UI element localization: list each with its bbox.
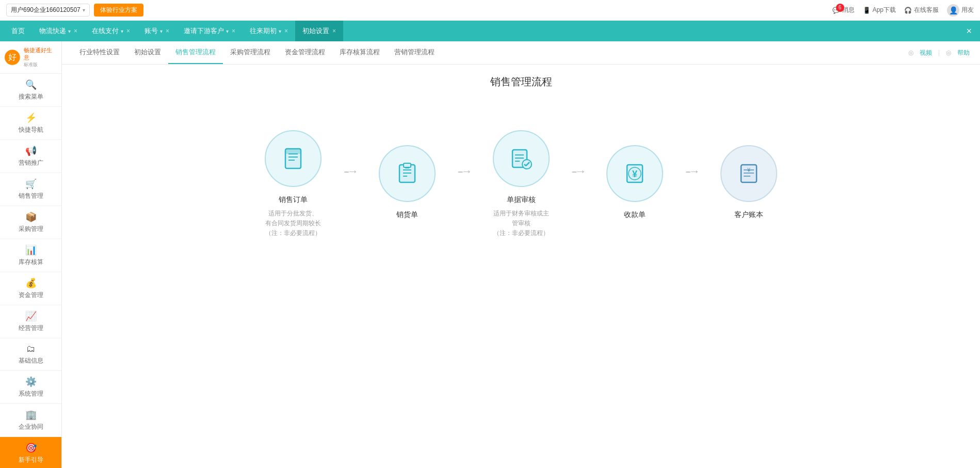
flow-arrow-4: --→ bbox=[685, 165, 698, 204]
sidebar-search-label: 搜索菜单 bbox=[19, 92, 43, 101]
fund-icon: 💰 bbox=[25, 277, 37, 289]
sidebar-marketing-label: 营销推广 bbox=[19, 159, 43, 167]
sidebar-item-search[interactable]: 🔍 搜索菜单 bbox=[0, 74, 61, 107]
service-item[interactable]: 🎧 在线客服 bbox=[904, 6, 939, 14]
app-icon: 📱 bbox=[863, 7, 871, 14]
flow-item-audit: 单据审核 适用于财务审核或主管审核（注：非必要流程） bbox=[475, 130, 568, 239]
chevron-down-icon: ▾ bbox=[83, 7, 85, 13]
delivery-icon bbox=[394, 161, 420, 186]
sidebar-fund-label: 资金管理 bbox=[19, 291, 43, 300]
sidebar-operations-label: 经营管理 bbox=[19, 324, 43, 333]
nav-tab-invite[interactable]: 邀请下游客户 ▾ × bbox=[176, 21, 243, 41]
sales-order-icon bbox=[280, 146, 306, 171]
sub-tab-inventory-flow-label: 库存核算流程 bbox=[340, 48, 380, 56]
close-icon[interactable]: × bbox=[232, 27, 235, 35]
help-link[interactable]: 帮助 bbox=[957, 49, 970, 57]
close-all-tabs-button[interactable]: × bbox=[962, 26, 976, 37]
nav-tab-payment[interactable]: 在线支付 ▾ × bbox=[85, 21, 137, 41]
nav-tab-payment-label: 在线支付 bbox=[92, 26, 119, 36]
sidebar-item-quick[interactable]: ⚡ 快捷导航 bbox=[0, 107, 61, 140]
svg-text:¥: ¥ bbox=[747, 167, 750, 173]
sub-tab-purchase-flow[interactable]: 采购管理流程 bbox=[223, 41, 278, 64]
svg-rect-6 bbox=[285, 149, 301, 154]
logo-icon: 好 bbox=[4, 49, 21, 66]
flow-circle-ledger[interactable]: ¥ bbox=[720, 145, 777, 202]
sidebar-item-fund[interactable]: 💰 资金管理 bbox=[0, 272, 61, 305]
nav-tab-period[interactable]: 往来期初 ▾ × bbox=[243, 21, 295, 41]
flow-item-sales-order: 销售订单 适用于分批发货、有合同发货周期较长（注：非必要流程） bbox=[247, 130, 340, 239]
flow-circle-delivery[interactable] bbox=[379, 145, 436, 202]
app-label: App下载 bbox=[873, 6, 896, 14]
sidebar-item-basic[interactable]: 🗂 基础信息 bbox=[0, 338, 61, 371]
chevron-down-icon: ▾ bbox=[121, 28, 123, 34]
headset-icon: 🎧 bbox=[904, 7, 912, 14]
svg-text:好: 好 bbox=[8, 53, 17, 61]
close-icon[interactable]: × bbox=[166, 27, 169, 35]
receipt-icon: ¥ bbox=[622, 161, 648, 186]
logo-name: 畅捷通好生意 bbox=[24, 46, 57, 61]
divider: | bbox=[938, 49, 940, 56]
app-download-item[interactable]: 📱 App下载 bbox=[863, 6, 896, 14]
nav-tab-logistics-label: 物流快递 bbox=[39, 26, 66, 36]
sidebar-item-guide[interactable]: 🎯 新手引导 bbox=[0, 437, 61, 468]
flow-name-sales-order: 销售订单 bbox=[279, 195, 308, 205]
sidebar-item-inventory[interactable]: 📊 库存核算 bbox=[0, 239, 61, 272]
user-avatar-item[interactable]: 👤 用友 bbox=[947, 4, 974, 17]
flow-name-audit: 单据审核 bbox=[507, 195, 536, 205]
flow-circle-receipt[interactable]: ¥ bbox=[606, 145, 663, 202]
sidebar-item-purchase[interactable]: 📦 采购管理 bbox=[0, 206, 61, 239]
flow-arrow-3: --→ bbox=[572, 165, 585, 204]
sidebar-item-sales[interactable]: 🛒 销售管理 bbox=[0, 173, 61, 206]
user-selector[interactable]: 用户690企业1660120507 ▾ bbox=[6, 4, 90, 17]
sidebar-item-marketing[interactable]: 📢 营销推广 bbox=[0, 140, 61, 173]
sidebar-sales-label: 销售管理 bbox=[19, 192, 43, 200]
nav-tab-init[interactable]: 初始设置 × bbox=[295, 21, 343, 41]
flow-arrow-1: --→ bbox=[344, 165, 357, 204]
sub-tab-inventory-flow[interactable]: 库存核算流程 bbox=[332, 41, 387, 64]
close-icon[interactable]: × bbox=[74, 27, 77, 35]
nav-tab-account[interactable]: 账号 ▾ × bbox=[137, 21, 176, 41]
avatar: 👤 bbox=[947, 4, 959, 17]
sub-tabs-right: ◎ 视频 | ◎ 帮助 bbox=[908, 49, 970, 57]
flow-name-ledger: 客户账本 bbox=[734, 210, 763, 220]
sidebar-item-enterprise[interactable]: 🏢 企业协同 bbox=[0, 404, 61, 437]
sub-tab-industry[interactable]: 行业特性设置 bbox=[72, 41, 127, 64]
flow-item-receipt: ¥ 收款单 bbox=[588, 145, 681, 224]
sidebar-guide-label: 新手引导 bbox=[19, 456, 43, 464]
sidebar: 好 畅捷通好生意 标准版 🔍 搜索菜单 ⚡ 快捷导航 📢 营销推广 🛒 销售管理… bbox=[0, 41, 62, 468]
sidebar-item-system[interactable]: ⚙️ 系统管理 bbox=[0, 371, 61, 404]
audit-icon bbox=[508, 146, 534, 171]
avatar-icon: 👤 bbox=[949, 6, 958, 14]
chevron-down-icon: ▾ bbox=[279, 28, 281, 34]
flow-name-receipt: 收款单 bbox=[624, 210, 646, 220]
chevron-down-icon: ▾ bbox=[160, 28, 163, 34]
message-icon-item[interactable]: 💬 6 消息 bbox=[832, 6, 855, 14]
sidebar-item-operations[interactable]: 📈 经营管理 bbox=[0, 305, 61, 338]
video-link[interactable]: 视频 bbox=[920, 49, 932, 57]
close-icon[interactable]: × bbox=[332, 27, 336, 35]
sidebar-inventory-label: 库存核算 bbox=[19, 258, 43, 267]
top-bar: 用户690企业1660120507 ▾ 体验行业方案 💬 6 消息 📱 App下… bbox=[0, 0, 980, 21]
sidebar-purchase-label: 采购管理 bbox=[19, 225, 43, 233]
sub-tab-marketing-flow[interactable]: 营销管理流程 bbox=[387, 41, 442, 64]
nav-tab-home[interactable]: 首页 bbox=[4, 21, 32, 41]
nav-tabs-bar: 首页 物流快递 ▾ × 在线支付 ▾ × 账号 ▾ × 邀请下游客户 ▾ × 往… bbox=[0, 21, 980, 41]
purchase-icon: 📦 bbox=[25, 211, 37, 223]
message-badge: 6 bbox=[836, 4, 844, 12]
sub-tab-industry-label: 行业特性设置 bbox=[79, 48, 120, 56]
nav-tab-logistics[interactable]: 物流快递 ▾ × bbox=[32, 21, 85, 41]
sidebar-logo: 好 畅捷通好生意 标准版 bbox=[0, 41, 61, 74]
enterprise-icon: 🏢 bbox=[25, 409, 37, 420]
sub-tab-sales-flow[interactable]: 销售管理流程 bbox=[168, 41, 223, 64]
sub-tabs: 行业特性设置 初始设置 销售管理流程 采购管理流程 资金管理流程 库存核算流程 … bbox=[62, 41, 980, 65]
flow-circle-audit[interactable] bbox=[493, 130, 550, 187]
trial-button[interactable]: 体验行业方案 bbox=[94, 4, 143, 17]
logo-text-block: 畅捷通好生意 标准版 bbox=[24, 46, 57, 68]
close-icon[interactable]: × bbox=[284, 27, 288, 35]
sub-tab-init[interactable]: 初始设置 bbox=[127, 41, 168, 64]
close-icon[interactable]: × bbox=[126, 27, 130, 35]
sub-tab-fund-flow[interactable]: 资金管理流程 bbox=[278, 41, 332, 64]
flow-item-delivery: 销货单 bbox=[361, 145, 454, 224]
flow-circle-sales-order[interactable] bbox=[265, 130, 322, 187]
sub-tab-sales-flow-label: 销售管理流程 bbox=[175, 48, 216, 56]
